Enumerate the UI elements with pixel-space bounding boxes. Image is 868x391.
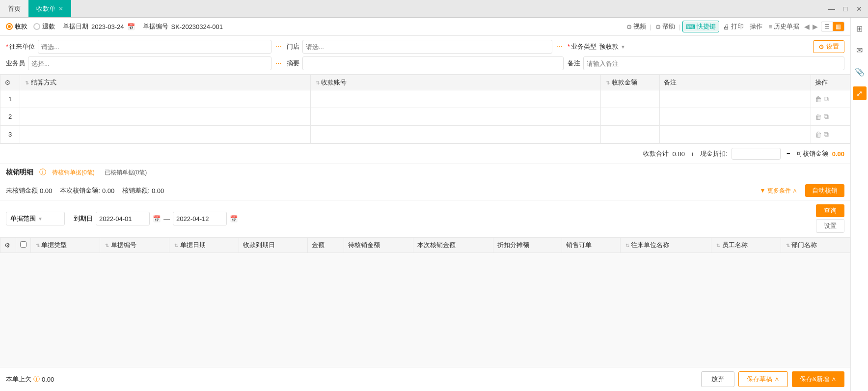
row-3-amount[interactable]: [601, 126, 660, 143]
row-1-amount[interactable]: [601, 90, 660, 108]
draft-label: 保存草稿 ∧: [747, 375, 780, 384]
auto-verify-btn[interactable]: 自动核销: [805, 184, 844, 197]
staff-input[interactable]: [28, 56, 271, 70]
summary-input[interactable]: [302, 56, 564, 70]
print-btn[interactable]: 🖨 打印: [721, 21, 746, 32]
business-type-select[interactable]: 预收款 ▼: [599, 42, 810, 51]
operate-btn[interactable]: 操作: [748, 21, 764, 32]
doc-date-field: 单据日期 2023-03-24 📅: [63, 22, 135, 31]
close-btn[interactable]: ✕: [854, 4, 864, 14]
maximize-btn[interactable]: □: [841, 4, 850, 14]
toolbar-right: ⊙ 视频 | ⊙ 帮助 | ⌨ 快捷键 🖨 打印 操作 ≡ 历史单据: [624, 21, 844, 32]
store-label: 门店: [287, 42, 299, 51]
settings-outline-btn[interactable]: 设置: [816, 219, 844, 233]
staff-more-icon[interactable]: ···: [274, 59, 283, 68]
select-all-checkbox[interactable]: [20, 241, 27, 248]
sidebar-expand-icon[interactable]: ⤢: [853, 86, 867, 100]
row-2-settlement[interactable]: [20, 108, 311, 126]
sidebar-email-icon[interactable]: ✉: [853, 43, 867, 57]
tab-receipt[interactable]: 收款单 ✕: [28, 0, 71, 17]
row-1-copy-icon[interactable]: ⧉: [824, 95, 829, 103]
history-btn[interactable]: ≡ 历史单据: [766, 21, 801, 32]
radio-group: 收款 退款: [6, 22, 55, 31]
range-select[interactable]: 单据范围 ▼: [6, 212, 65, 225]
partner-more-icon[interactable]: ···: [274, 42, 283, 51]
date-from-input[interactable]: [96, 212, 150, 225]
row-1-delete-icon[interactable]: 🗑: [815, 95, 822, 103]
row-3-settlement[interactable]: [20, 126, 311, 143]
radio-refund[interactable]: 退款: [33, 22, 55, 31]
draft-btn[interactable]: 保存草稿 ∧: [738, 371, 788, 387]
row-1-settlement[interactable]: [20, 90, 311, 108]
doc-no-value[interactable]: SK-20230324-001: [171, 23, 223, 30]
doc-date-value[interactable]: 2023-03-24: [91, 23, 124, 30]
diff-value: 0.00: [152, 187, 164, 195]
row-2-account[interactable]: [310, 108, 601, 126]
equals-sign: =: [787, 150, 790, 158]
date-to-input[interactable]: [173, 212, 227, 225]
calendar-icon[interactable]: 📅: [127, 23, 135, 30]
form-row-2: 业务员 ··· 摘要 备注: [6, 56, 844, 70]
sort-icon-account: ⇅: [316, 80, 320, 85]
next-arrow[interactable]: ▶: [812, 23, 819, 30]
discount-input[interactable]: [732, 148, 781, 160]
sidebar-clip-icon[interactable]: 📎: [853, 65, 867, 79]
partner-input[interactable]: [38, 40, 271, 54]
settlement-header: 结算方式: [31, 79, 56, 86]
list-view-btn[interactable]: ☰: [821, 22, 833, 31]
row-num-3: 3: [0, 126, 20, 143]
bottom-table-container: ⚙ ⇅ 单据类型 ⇅ 单据编号: [0, 237, 850, 367]
query-btn[interactable]: 查询: [816, 204, 844, 217]
th-checkbox[interactable]: [16, 238, 31, 253]
note-input[interactable]: [583, 56, 844, 70]
net-label: 可核销金额: [796, 149, 828, 158]
save-new-btn[interactable]: 保存&新增 ∧: [792, 371, 844, 387]
video-btn[interactable]: ⊙ 视频: [624, 21, 648, 32]
order-header: 销售订单: [566, 241, 592, 249]
row-2-copy-icon[interactable]: ⧉: [824, 112, 829, 121]
plus-sign: +: [691, 150, 695, 158]
receipt-tab-close[interactable]: ✕: [58, 5, 63, 12]
row-2-note[interactable]: [660, 108, 811, 126]
date-from-calendar-icon[interactable]: 📅: [153, 215, 161, 223]
tab-home[interactable]: 首页: [0, 0, 28, 17]
row-3-note[interactable]: [660, 126, 811, 143]
grid-view-btn[interactable]: ▦: [833, 22, 844, 31]
row-2-delete-icon[interactable]: 🗑: [815, 113, 822, 121]
th-action: 操作: [811, 75, 850, 90]
sidebar-table-icon[interactable]: ⊞: [853, 22, 867, 35]
bottom-gear-icon[interactable]: ⚙: [4, 242, 10, 249]
th-gear[interactable]: ⚙: [0, 75, 20, 90]
row-1-account[interactable]: [310, 90, 601, 108]
radio-collection[interactable]: 收款: [6, 22, 27, 31]
nav-arrows: ◀ ▶: [803, 23, 819, 30]
th-gear-bottom[interactable]: ⚙: [0, 238, 16, 253]
store-more-icon[interactable]: ···: [555, 42, 564, 51]
shortcut-btn[interactable]: ⌨ 快捷键: [682, 21, 719, 32]
help-btn[interactable]: ⊙ 帮助: [653, 21, 677, 32]
date-to-calendar-icon[interactable]: 📅: [230, 215, 238, 223]
row-1-note[interactable]: [660, 90, 811, 108]
more-conditions-btn[interactable]: ▼ 更多条件 ∧: [760, 187, 797, 195]
row-3-copy-icon[interactable]: ⧉: [824, 130, 829, 139]
row-3-account[interactable]: [310, 126, 601, 143]
business-type-label: 业务类型: [568, 42, 597, 51]
verify-info-icon[interactable]: ⓘ: [39, 168, 46, 177]
print-icon: 🖨: [723, 23, 730, 30]
th-doc-no: ⇅ 单据编号: [100, 238, 169, 253]
done-tab[interactable]: 已核销单据(0笔): [105, 168, 147, 177]
business-type-field-group: 业务类型 预收款 ▼ ⚙ 设置: [568, 40, 844, 53]
row-2-amount[interactable]: [601, 108, 660, 126]
row-3-delete-icon[interactable]: 🗑: [815, 131, 822, 139]
discard-btn[interactable]: 放弃: [701, 371, 734, 387]
setting-btn[interactable]: ⚙ 设置: [813, 40, 844, 53]
video-label: 视频: [633, 22, 646, 31]
pending-tab[interactable]: 待核销单据(0笔): [52, 168, 95, 177]
due-date-header: 收款到期日: [243, 241, 275, 249]
table-gear-icon[interactable]: ⚙: [4, 79, 11, 86]
verify-toolbar: 单据范围 ▼ 到期日 📅 — 📅 查询 设置: [0, 200, 850, 237]
prev-arrow[interactable]: ◀: [803, 23, 811, 30]
store-input[interactable]: [302, 40, 552, 54]
minimize-btn[interactable]: —: [827, 4, 837, 14]
info-icon[interactable]: ⓘ: [33, 375, 40, 384]
